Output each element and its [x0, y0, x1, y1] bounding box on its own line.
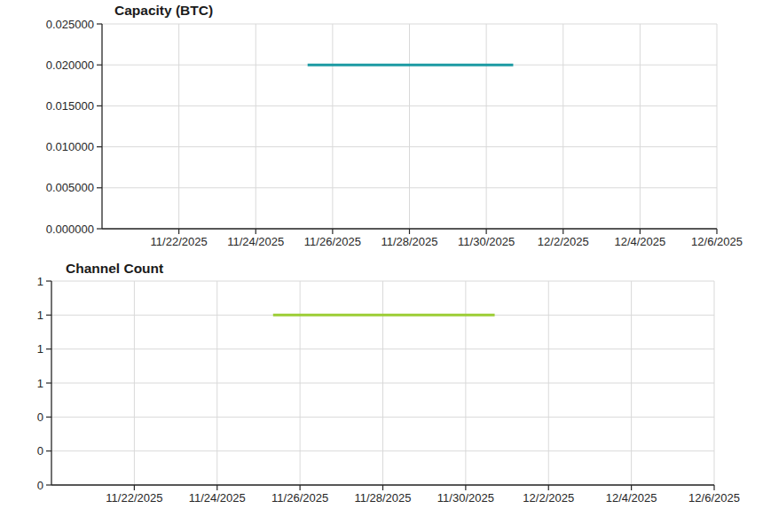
- x-tick-label: 11/22/2025: [151, 235, 208, 248]
- x-tick-label: 12/4/2025: [614, 235, 665, 248]
- x-tick-label: 11/30/2025: [437, 491, 494, 505]
- y-tick-label: 0: [37, 479, 43, 492]
- x-tick-label: 11/24/2025: [189, 491, 246, 505]
- x-tick-label: 11/22/2025: [106, 491, 162, 505]
- charts-page: Capacity (BTC) Channel Count 0.0000000.0…: [0, 0, 763, 532]
- y-tick-label: 1: [37, 342, 43, 356]
- y-tick-label: 0.010000: [46, 140, 94, 153]
- y-tick-label: 0: [37, 444, 43, 458]
- x-tick-label: 11/26/2025: [271, 491, 328, 505]
- x-tick-label: 11/26/2025: [304, 235, 361, 248]
- y-tick-label: 0.020000: [46, 59, 94, 72]
- y-tick-label: 1: [37, 309, 43, 322]
- x-tick-label: 11/30/2025: [458, 235, 515, 248]
- x-tick-label: 12/6/2025: [688, 491, 740, 505]
- y-tick-label: 0.015000: [46, 99, 94, 113]
- x-tick-label: 12/6/2025: [691, 235, 743, 248]
- x-tick-label: 11/28/2025: [381, 235, 437, 248]
- x-tick-label: 11/28/2025: [354, 491, 411, 505]
- y-tick-label: 0.000000: [46, 223, 94, 236]
- capacity-chart-group: 0.0000000.0050000.0100000.0150000.020000…: [46, 18, 743, 249]
- x-tick-label: 12/4/2025: [606, 491, 657, 505]
- y-tick-label: 0: [37, 411, 43, 424]
- y-tick-label: 0.005000: [46, 181, 94, 194]
- charts-canvas: 0.0000000.0050000.0100000.0150000.020000…: [0, 0, 763, 532]
- y-tick-label: 1: [37, 377, 43, 390]
- x-tick-label: 12/2/2025: [523, 491, 574, 505]
- channel-count-chart-group: 000111111/22/202511/24/202511/26/202511/…: [37, 275, 740, 505]
- y-tick-label: 1: [37, 275, 43, 288]
- y-tick-label: 0.025000: [46, 18, 94, 31]
- x-tick-label: 11/24/2025: [227, 235, 284, 248]
- x-tick-label: 12/2/2025: [538, 235, 589, 248]
